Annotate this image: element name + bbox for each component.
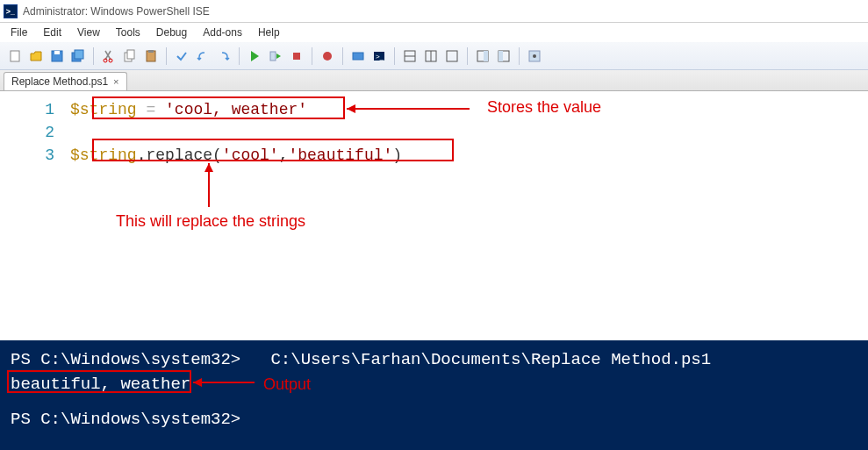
options-icon[interactable] bbox=[525, 46, 544, 66]
string-token: 'cool, weather' bbox=[165, 101, 307, 118]
svg-rect-25 bbox=[499, 51, 503, 61]
toolbar: >_ bbox=[0, 42, 868, 70]
undo-icon[interactable] bbox=[193, 46, 212, 66]
cut-icon[interactable] bbox=[99, 46, 118, 66]
window-title: Administrator: Windows PowerShell ISE bbox=[23, 5, 210, 18]
tabbar: Replace Method.ps1 × bbox=[0, 70, 868, 91]
arrow-replace-icon bbox=[202, 163, 216, 214]
svg-rect-21 bbox=[447, 51, 457, 61]
menu-help[interactable]: Help bbox=[251, 25, 287, 40]
svg-rect-12 bbox=[293, 53, 300, 60]
editor-pane[interactable]: 1 $string = 'cool, weather' 2 3 $string.… bbox=[0, 91, 868, 340]
toolbar-sep bbox=[93, 47, 94, 65]
paste-icon[interactable] bbox=[141, 46, 161, 66]
layout1-icon[interactable] bbox=[400, 46, 420, 66]
console-prompt: PS C:\Windows\system32> bbox=[11, 350, 240, 369]
layout3-icon[interactable] bbox=[442, 46, 462, 66]
arrow-output-icon bbox=[193, 375, 262, 389]
line-number: 3 bbox=[0, 146, 70, 164]
menu-debug[interactable]: Debug bbox=[149, 25, 194, 40]
svg-point-13 bbox=[323, 52, 332, 61]
layout2-icon[interactable] bbox=[421, 46, 441, 66]
tab-close-icon[interactable]: × bbox=[113, 76, 118, 87]
toolbar-sep bbox=[312, 47, 312, 65]
run-selection-icon[interactable] bbox=[266, 46, 285, 66]
comma-token: , bbox=[279, 146, 289, 164]
titlebar: >_ Administrator: Windows PowerShell ISE bbox=[0, 0, 868, 23]
menu-file[interactable]: File bbox=[4, 25, 34, 40]
new-icon[interactable] bbox=[5, 46, 25, 66]
cmdaddon-icon[interactable] bbox=[494, 46, 513, 66]
console-line-2: PS C:\Windows\system32> bbox=[11, 407, 857, 432]
console-command: C:\Users\Farhan\Documents\Replace Method… bbox=[270, 350, 711, 369]
string-token: 'cool' bbox=[222, 146, 279, 164]
svg-marker-31 bbox=[204, 163, 213, 172]
toolbar-sep bbox=[166, 47, 167, 65]
console-output: beautiful, weather bbox=[11, 372, 857, 396]
stop-icon[interactable] bbox=[287, 46, 306, 66]
svg-point-27 bbox=[533, 54, 536, 58]
breakpoint-icon[interactable] bbox=[318, 46, 337, 66]
code-line-2: 2 bbox=[0, 121, 868, 144]
svg-marker-33 bbox=[193, 378, 202, 387]
svg-marker-29 bbox=[347, 104, 355, 113]
app-icon: >_ bbox=[4, 4, 18, 18]
svg-rect-10 bbox=[148, 50, 154, 53]
line-number: 1 bbox=[0, 101, 70, 118]
tab-label: Replace Method.ps1 bbox=[11, 75, 108, 88]
svg-text:>_: >_ bbox=[376, 53, 384, 61]
svg-rect-23 bbox=[484, 51, 488, 61]
toolbar-sep bbox=[467, 47, 468, 65]
toolbar-sep bbox=[394, 47, 395, 65]
toolbar-sep bbox=[519, 47, 520, 65]
paren-token: ) bbox=[392, 146, 402, 164]
svg-rect-8 bbox=[127, 50, 134, 59]
cmdpane-icon[interactable] bbox=[473, 46, 492, 66]
annotation-stores: Stores the value bbox=[487, 98, 601, 117]
console-line-1: PS C:\Windows\system32> C:\Users\Farhan\… bbox=[11, 347, 857, 372]
toolbar-sep bbox=[342, 47, 343, 65]
open-icon[interactable] bbox=[26, 46, 46, 66]
annotation-output: Output bbox=[263, 372, 311, 396]
arrow-stores-icon bbox=[347, 102, 478, 116]
variable-token: $string bbox=[70, 101, 137, 118]
method-token: .replace( bbox=[137, 146, 222, 164]
line-number: 2 bbox=[0, 124, 70, 141]
code-line-3: 3 $string.replace('cool','beautiful') bbox=[0, 144, 868, 167]
remote-icon[interactable] bbox=[348, 46, 368, 66]
svg-rect-14 bbox=[353, 53, 363, 60]
svg-rect-11 bbox=[270, 52, 276, 61]
menu-addons[interactable]: Add-ons bbox=[196, 25, 249, 40]
svg-rect-0 bbox=[11, 51, 19, 61]
menu-edit[interactable]: Edit bbox=[36, 25, 68, 40]
save-icon[interactable] bbox=[47, 46, 67, 66]
copy-icon[interactable] bbox=[120, 46, 140, 66]
string-token: 'beautiful' bbox=[288, 146, 392, 164]
powershell-icon[interactable]: >_ bbox=[369, 46, 389, 66]
menubar: File Edit View Tools Debug Add-ons Help bbox=[0, 23, 868, 42]
menu-tools[interactable]: Tools bbox=[109, 25, 147, 40]
console-pane[interactable]: PS C:\Windows\system32> C:\Users\Farhan\… bbox=[0, 340, 868, 450]
redo-icon[interactable] bbox=[214, 46, 233, 66]
script-tab[interactable]: Replace Method.ps1 × bbox=[4, 72, 127, 90]
svg-rect-2 bbox=[54, 51, 60, 54]
run-icon[interactable] bbox=[245, 46, 264, 66]
menu-view[interactable]: View bbox=[70, 25, 107, 40]
clear-icon[interactable] bbox=[172, 46, 191, 66]
annotation-replace: This will replace the strings bbox=[116, 212, 305, 231]
variable-token: $string bbox=[70, 146, 137, 164]
saveall-icon[interactable] bbox=[68, 46, 88, 66]
svg-rect-4 bbox=[75, 50, 83, 59]
toolbar-sep bbox=[239, 47, 240, 65]
operator-token: = bbox=[137, 101, 165, 118]
console-prompt: PS C:\Windows\system32> bbox=[11, 410, 240, 429]
